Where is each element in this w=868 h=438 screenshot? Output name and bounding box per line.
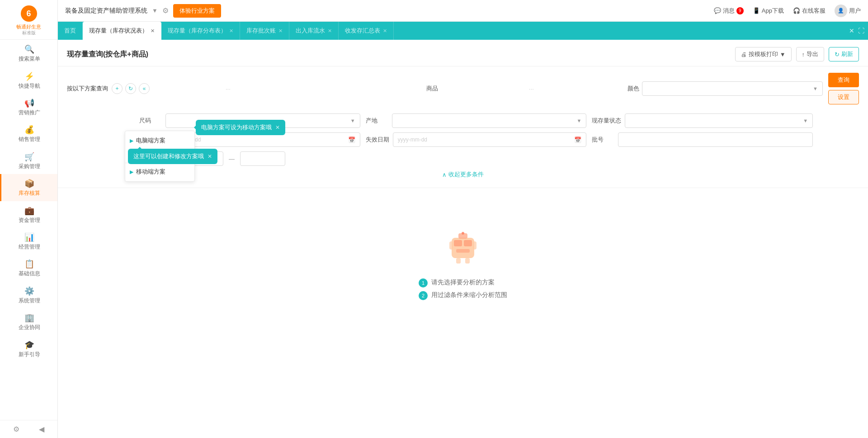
sidebar-item-inventory[interactable]: 📦 库存核算 <box>0 174 57 201</box>
calendar-icon[interactable]: 📅 <box>348 137 355 143</box>
batch-no-group: 批号 <box>592 132 813 147</box>
goods-label: 商品 <box>426 85 438 93</box>
operations-icon: 📊 <box>24 232 34 242</box>
empty-step-2: 2 用过滤条件来缩小分析范围 <box>419 291 507 300</box>
tab-close-all-icon[interactable]: ✕ <box>849 27 854 34</box>
tooltip-close-button-2[interactable]: ✕ <box>208 153 212 160</box>
sidebar-item-operations[interactable]: 📊 经营管理 <box>0 228 57 254</box>
tree-item-mobile[interactable]: ▶ 移动端方案 <box>125 165 194 179</box>
search-icon: 🔍 <box>24 44 34 54</box>
back-button[interactable]: « <box>139 83 150 94</box>
range-separator: — <box>227 155 236 162</box>
sidebar-item-marketing[interactable]: 📢 营销推广 <box>0 94 57 120</box>
chevron-down-icon: ▼ <box>813 86 818 91</box>
size-label: 尺码 <box>139 117 162 125</box>
print-icon: 🖨 <box>741 51 747 58</box>
tab-close-icon[interactable]: ✕ <box>278 28 283 34</box>
filter-row-1: 尺码 ▼ 产地 ▼ 现存量状态 <box>67 113 859 128</box>
top-header: 装备及固定资产辅助管理系统 ▼ ⚙ 体验行业方案 💬 消息 9 📱 App下载 … <box>58 0 868 22</box>
tab-fullscreen-icon[interactable]: ⛶ <box>858 27 864 34</box>
sidebar-item-label: 经营管理 <box>19 244 40 250</box>
tab-in-out-flow[interactable]: 出入库流水 ✕ <box>289 22 339 40</box>
basic-info-icon: 📋 <box>24 259 34 269</box>
tab-label: 收发存汇总表 <box>345 27 380 35</box>
print-button[interactable]: 🖨 按模板打印 ▼ <box>735 47 792 61</box>
collapse-label: 收起更多条件 <box>448 170 484 179</box>
quick-nav-icon: ⚡ <box>24 71 34 81</box>
settings-icon[interactable]: ⚙ <box>162 6 169 15</box>
stock-status-select[interactable]: ▼ <box>625 113 813 128</box>
tab-label: 现存量（库存分布表） <box>168 27 226 35</box>
sidebar-item-label: 系统管理 <box>19 297 40 304</box>
collapse-sidebar-button[interactable]: ◀ <box>39 425 44 433</box>
sidebar-item-quick-nav[interactable]: ⚡ 快捷导航 <box>0 67 57 94</box>
download-icon: 📱 <box>753 7 760 14</box>
sidebar-item-search[interactable]: 🔍 搜索菜单 <box>0 40 57 66</box>
user-profile[interactable]: 👤 用户 <box>835 5 861 17</box>
sidebar-item-purchase[interactable]: 🛒 采购管理 <box>0 147 57 174</box>
color-filter-group: 颜色 ▼ <box>627 81 823 96</box>
sidebar-item-label: 库存核算 <box>19 190 40 196</box>
sidebar-item-enterprise[interactable]: 🏢 企业协同 <box>0 308 57 335</box>
sidebar-item-basic-info[interactable]: 📋 基础信息 <box>0 254 57 281</box>
main-content: 装备及固定资产辅助管理系统 ▼ ⚙ 体验行业方案 💬 消息 9 📱 App下载 … <box>58 0 868 438</box>
export-button[interactable]: ↑ 导出 <box>796 47 825 61</box>
tab-receive-summary[interactable]: 收发存汇总表 ✕ <box>339 22 394 40</box>
calendar-icon[interactable]: 📅 <box>574 137 581 143</box>
expiry-date-input[interactable]: yyyy-mm-dd 📅 <box>393 132 587 147</box>
refresh-button[interactable]: ↻ 刷新 <box>829 47 859 61</box>
tab-home[interactable]: 首页 <box>58 22 83 40</box>
sidebar-footer: ⚙ ◀ <box>0 420 57 438</box>
color-select[interactable]: ▼ <box>642 81 823 96</box>
search-button[interactable]: 查询 <box>828 73 859 87</box>
add-scheme-button[interactable]: + <box>112 83 123 94</box>
sidebar-item-label: 搜索菜单 <box>19 56 40 62</box>
collapse-button[interactable]: ∧ 收起更多条件 <box>442 170 484 179</box>
online-support-button[interactable]: 🎧 在线客服 <box>793 7 826 15</box>
tab-close-icon[interactable]: ✕ <box>151 28 155 34</box>
tab-close-icon[interactable]: ✕ <box>328 28 332 34</box>
warehouse-filter-group: ··· <box>226 85 421 92</box>
tab-batch-account[interactable]: 库存批次账 ✕ <box>240 22 289 40</box>
messages-button[interactable]: 💬 消息 9 <box>714 7 744 15</box>
tab-close-icon[interactable]: ✕ <box>229 28 233 34</box>
tab-label: 库存批次账 <box>246 27 276 35</box>
tab-inventory-dist[interactable]: 现存量（库存分布表） ✕ <box>161 22 240 40</box>
message-badge: 9 <box>736 7 744 14</box>
sales-icon: 💰 <box>24 125 34 135</box>
goods-filter-group: 商品 ··· <box>426 85 622 93</box>
sidebar-item-label: 采购管理 <box>19 163 40 170</box>
sidebar-item-finance[interactable]: 💼 资金管理 <box>0 201 57 228</box>
stock-max-input[interactable] <box>240 151 285 166</box>
app-download-button[interactable]: 📱 App下载 <box>753 7 784 15</box>
system-dropdown-icon[interactable]: ▼ <box>152 7 158 14</box>
industry-button[interactable]: 体验行业方案 <box>173 4 221 18</box>
tab-close-icon[interactable]: ✕ <box>383 28 387 34</box>
tab-inventory-status[interactable]: 现存量（库存状况表） ✕ <box>83 22 161 40</box>
app-logo: 6 畅通好生意 标准版 <box>0 0 57 40</box>
support-icon: 🎧 <box>793 7 800 14</box>
reset-button[interactable]: 设置 <box>828 90 859 104</box>
empty-step-1: 1 请先选择要分析的方案 <box>419 278 507 287</box>
stock-main-group: 现存量（主） — <box>139 151 859 166</box>
batch-no-input[interactable] <box>618 132 813 147</box>
stock-status-filter-group: 现存量状态 ▼ <box>592 113 813 128</box>
search-button-group: 查询 设置 <box>828 73 859 104</box>
refresh-scheme-button[interactable]: ↻ <box>125 83 136 94</box>
svg-rect-1 <box>454 240 462 246</box>
purchase-icon: 🛒 <box>24 152 34 162</box>
sidebar-item-label: 资金管理 <box>19 217 40 223</box>
settings-button[interactable]: ⚙ <box>13 425 19 433</box>
tree-item-desktop[interactable]: ▶ 电脑端方案 <box>125 134 194 147</box>
sidebar-item-sales[interactable]: 💰 销售管理 <box>0 120 57 147</box>
sidebar-item-guide[interactable]: 🎓 新手引导 <box>0 335 57 362</box>
origin-select[interactable]: ▼ <box>392 113 587 128</box>
tree-item-label: 电脑端方案 <box>136 137 190 145</box>
tooltip-close-button[interactable]: ✕ <box>275 124 280 131</box>
expiry-date-label: 失效日期 <box>366 136 389 144</box>
color-label: 颜色 <box>627 85 639 93</box>
origin-filter-group: 产地 ▼ <box>366 113 587 128</box>
sidebar-nav: 🔍 搜索菜单 ⚡ 快捷导航 📢 营销推广 💰 销售管理 🛒 采购管理 📦 库存核… <box>0 40 57 420</box>
sidebar-item-system[interactable]: ⚙️ 系统管理 <box>0 282 57 308</box>
chevron-down-icon: ▼ <box>350 118 355 123</box>
